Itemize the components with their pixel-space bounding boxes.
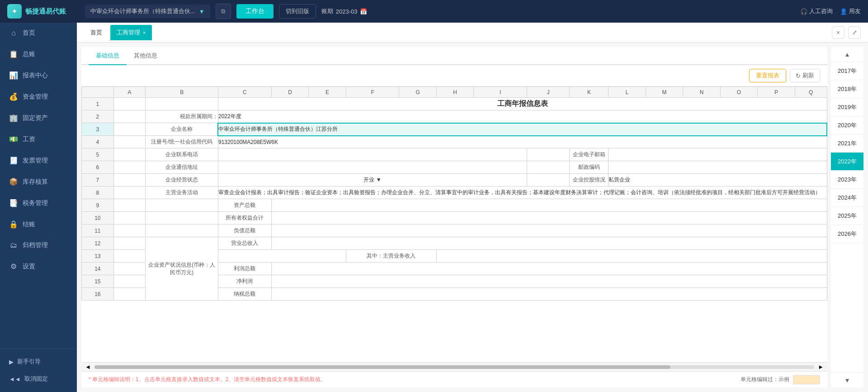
cell-8b[interactable]: 主营业务活动 — [146, 186, 218, 199]
company-selector[interactable]: 中审众环会计师事务所（特殊普通合伙... ▼ — [85, 5, 210, 18]
cell-13c[interactable] — [218, 250, 346, 263]
cell-7b[interactable]: 企业经营状态 — [146, 174, 218, 186]
sidebar-item-ledger[interactable]: 📋 总账 — [0, 43, 77, 65]
calendar-icon[interactable]: 📅 — [360, 8, 367, 15]
sidebar-item-salary[interactable]: 💵 工资 — [0, 129, 77, 150]
sidebar-unpin[interactable]: ◄◄ 取消固定 — [0, 370, 77, 387]
cell-5-email[interactable] — [609, 148, 827, 161]
cell-3b[interactable]: 企业名称 — [146, 123, 218, 136]
cell-11-val[interactable] — [271, 225, 827, 237]
cell-5-email-label[interactable]: 企业电子邮箱 — [570, 148, 609, 161]
sidebar-item-archive[interactable]: 🗂 归档管理 — [0, 235, 77, 256]
sidebar-item-inventory[interactable]: 📦 库存核算 — [0, 171, 77, 192]
close-window-button[interactable]: × — [832, 26, 844, 39]
sidebar-item-tax[interactable]: 📑 税务管理 — [0, 192, 77, 214]
cell-1a[interactable] — [113, 98, 146, 110]
cell-7-holding-label[interactable]: 企业控股情况 — [570, 174, 609, 186]
cell-11b[interactable] — [146, 225, 218, 237]
scroll-track[interactable] — [94, 365, 814, 369]
refresh-button[interactable]: ↻ 刷新 — [790, 69, 820, 82]
cell-13-val[interactable] — [436, 250, 827, 263]
sidebar-item-invoice[interactable]: 🧾 发票管理 — [0, 150, 77, 171]
cell-13a[interactable] — [113, 250, 146, 263]
cell-9-val[interactable] — [271, 199, 827, 212]
expand-window-button[interactable]: ⤢ — [848, 26, 861, 39]
year-item-2019[interactable]: 2019年 — [831, 98, 863, 116]
cell-6a[interactable] — [113, 161, 146, 174]
year-item-2022[interactable]: 2022年 — [831, 153, 863, 171]
cell-5a[interactable] — [113, 148, 146, 161]
cell-1-title[interactable]: 工商年报信息表 — [218, 98, 827, 110]
cell-2b[interactable]: 税款所属期间： — [146, 110, 218, 123]
sidebar-item-close[interactable]: 🔒 结账 — [0, 214, 77, 235]
cell-5b[interactable]: 企业联系电话 — [146, 148, 218, 161]
cell-12c[interactable]: 营业总收入 — [218, 237, 271, 250]
cell-16-val[interactable] — [271, 288, 827, 301]
scroll-right-button[interactable]: ► — [818, 363, 824, 370]
tab-active[interactable]: 工商管理 × — [110, 25, 152, 40]
sidebar-item-fund[interactable]: 💰 资金管理 — [0, 86, 77, 107]
tab-close-button[interactable]: × — [143, 30, 146, 35]
cell-5-phone[interactable] — [218, 148, 527, 161]
year-item-2021[interactable]: 2021年 — [831, 134, 863, 153]
cell-12a[interactable] — [113, 237, 146, 250]
year-item-2025[interactable]: 2025年 — [831, 207, 863, 225]
workbench-button[interactable]: 工作台 — [236, 4, 274, 19]
cell-5i[interactable] — [527, 148, 570, 161]
cell-10a[interactable] — [113, 212, 146, 225]
cell-4b[interactable]: 注册号/统一社会信用代码 — [146, 136, 218, 148]
cell-14a[interactable] — [113, 263, 146, 275]
spreadsheet-wrapper[interactable]: A B C D E F G H I J K L — [81, 86, 827, 362]
cell-7-status[interactable]: 开业 ▼ — [218, 174, 527, 186]
cell-9b[interactable] — [146, 199, 218, 212]
cell-7a[interactable] — [113, 174, 146, 186]
year-item-2020[interactable]: 2020年 — [831, 116, 863, 134]
cell-16c[interactable]: 纳税总额 — [218, 288, 271, 301]
sidebar-item-report[interactable]: 📊 报表中心 — [0, 65, 77, 86]
horizontal-scrollbar[interactable]: ◄ ► — [81, 362, 827, 371]
year-item-2026[interactable]: 2026年 — [831, 225, 863, 243]
cell-6-addr[interactable] — [218, 161, 527, 174]
cell-7i[interactable] — [527, 174, 570, 186]
cell-15-val[interactable] — [271, 275, 827, 288]
cell-16a[interactable] — [113, 288, 146, 301]
cell-3a[interactable] — [113, 123, 146, 136]
year-up-button[interactable]: ▲ — [831, 47, 863, 62]
old-version-button[interactable]: 切到旧版 — [279, 4, 316, 19]
cell-6b[interactable]: 企业通信地址 — [146, 161, 218, 174]
cell-14-val[interactable] — [271, 263, 827, 275]
cell-8a[interactable] — [113, 186, 146, 199]
tab-home[interactable]: 首页 — [84, 25, 108, 40]
sub-tab-other[interactable]: 其他信息 — [127, 47, 165, 65]
sidebar-item-settings[interactable]: ⚙ 设置 — [0, 256, 77, 277]
year-down-button[interactable]: ▼ — [831, 373, 863, 387]
copy-button[interactable]: ⧉ — [216, 4, 231, 19]
cell-1b[interactable] — [146, 98, 218, 110]
cell-6-zip[interactable] — [609, 161, 827, 174]
sidebar-item-home[interactable]: ⌂ 首页 — [0, 23, 77, 43]
cell-6-zip-label[interactable]: 邮政编码 — [570, 161, 609, 174]
cell-9a[interactable] — [113, 199, 146, 212]
cell-8-business[interactable]: 审查企业会计报表；出具审计报告；验证企业资本；出具验资报告；办理企业合并、分立、… — [218, 186, 827, 199]
sub-tab-basic[interactable]: 基础信息 — [89, 47, 127, 65]
scroll-thumb[interactable] — [94, 365, 670, 369]
cell-2a[interactable] — [113, 110, 146, 123]
cell-7-holding[interactable]: 私营企业 — [609, 174, 827, 186]
cell-10b[interactable] — [146, 212, 218, 225]
cell-4-reg[interactable]: 91320100MA208E5W6K — [218, 136, 827, 148]
cell-15c[interactable]: 净利润 — [218, 275, 271, 288]
sidebar-item-asset[interactable]: 🏢 固定资产 — [0, 107, 77, 129]
year-item-2018[interactable]: 2018年 — [831, 80, 863, 98]
cell-13f[interactable]: 其中：主营业务收入 — [346, 250, 436, 263]
reset-report-button[interactable]: 重置报表 — [749, 69, 786, 82]
cell-11c[interactable]: 负债总额 — [218, 225, 271, 237]
service-button[interactable]: 🎧 人工咨询 — [800, 7, 833, 15]
cell-10c[interactable]: 所有者权益合计 — [218, 212, 271, 225]
cell-11a[interactable] — [113, 225, 146, 237]
year-item-2023[interactable]: 2023年 — [831, 171, 863, 189]
cell-12-val[interactable] — [271, 237, 827, 250]
cell-2-period[interactable]: 2022年度 — [218, 110, 827, 123]
year-item-2024[interactable]: 2024年 — [831, 189, 863, 207]
cell-10-val[interactable] — [271, 212, 827, 225]
scroll-left-button[interactable]: ◄ — [85, 363, 91, 370]
